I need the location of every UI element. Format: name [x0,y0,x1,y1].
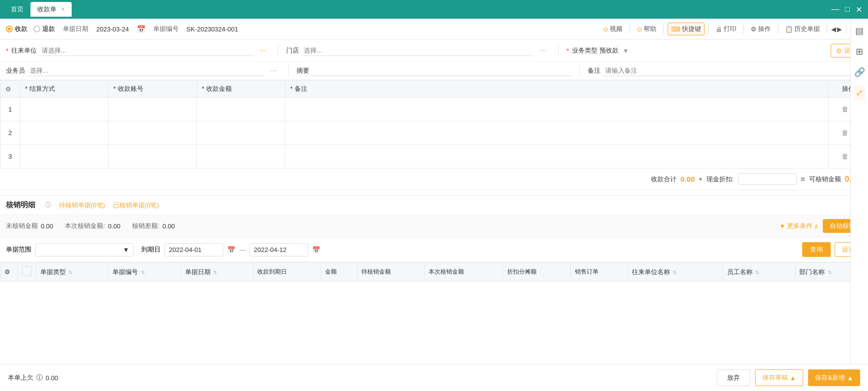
divider6 [827,25,827,33]
save-draft-button[interactable]: 保存草稿 ▲ [755,369,804,386]
radio-refund[interactable]: 退款 [33,25,55,33]
check-all-box[interactable] [22,266,32,276]
discount-input[interactable] [738,173,797,185]
num-sort-icon[interactable]: ⇅ [141,270,145,275]
save-draft-dropdown-icon[interactable]: ▲ [790,374,796,382]
shop-input[interactable] [301,45,534,56]
row1-amount[interactable] [197,98,285,121]
table-settings-icon[interactable]: ⚙ [5,85,11,93]
toolbar-actions: ⊙ 视频 ⊙ 帮助 ⌨ 快捷键 🖨 打印 ⚙ 操作 [600,23,862,35]
form-divider2 [558,45,559,56]
window-max-icon[interactable]: □ [843,4,852,15]
abandon-button[interactable]: 放弃 [717,369,750,386]
verif-done-tab[interactable]: 已核销单据(0笔) [113,201,159,210]
next-arrow-icon[interactable]: ▶ [837,26,842,33]
divider2 [663,25,664,33]
cal-to-icon[interactable]: 📅 [312,246,320,253]
biz-type-value: 预收款 [599,46,619,55]
date-from-input[interactable] [164,243,223,256]
staff-label: 业务员 [6,66,25,75]
row3-amount[interactable] [197,145,285,168]
row3-payment[interactable] [20,145,108,168]
radio-receive[interactable]: 收款 [6,25,27,33]
row1-num: 1 [0,98,20,121]
row3-account[interactable] [108,145,197,168]
nav-tab-receipt[interactable]: 收款单 × [30,2,72,17]
row2-note[interactable] [285,121,829,145]
more-filter-btn[interactable]: ▼ 更多条件 ∧ [779,222,819,230]
verif-table: ⚙ 单据类型 ⇅ 单据编号 ⇅ 单据日期 ⇅ [0,262,868,281]
staff-more-btn[interactable]: ··· [266,66,280,75]
window-close-icon[interactable]: ✕ [854,4,864,15]
tab-close-icon[interactable]: × [61,6,65,13]
side-grid-icon[interactable]: ⊞ [854,44,865,59]
btcol-pending-header: 待核销金额 [357,263,425,281]
filter-row: 单据范围 ▼ 到期日 📅 — 📅 查询 设置 [0,237,868,262]
save-new-button[interactable]: 保存&新增 ▲ [808,369,860,386]
dept-sort-icon[interactable]: ⇅ [828,270,832,275]
note-input[interactable] [602,65,862,76]
row2-payment[interactable] [20,121,108,145]
shortcut-btn[interactable]: ⌨ 快捷键 [668,23,705,35]
btable-settings-icon[interactable]: ⚙ [4,268,10,276]
save-new-dropdown-icon[interactable]: ▲ [847,374,853,382]
shop-more-btn[interactable]: ··· [536,46,550,55]
row2-delete-icon[interactable]: 🗑 [841,129,848,137]
partner-sort-icon[interactable]: ⇅ [673,270,677,275]
row1-delete-icon[interactable]: 🗑 [841,105,848,113]
btcol-order-header: 销售订单 [570,263,627,281]
filter-icon: ▼ [779,223,786,230]
staff-sort-icon[interactable]: ⇅ [755,270,759,275]
cal-from-icon[interactable]: 📅 [227,246,235,253]
history-btn[interactable]: 📋 历史单据 [782,23,823,35]
range-dropdown-icon: ▼ [123,246,129,253]
window-controls: — □ ✕ [829,4,864,15]
toolbar: 收款 退款 单据日期 2023-03-24 📅 单据编号 SK-20230324… [0,19,868,40]
btcol-check-header [18,263,36,281]
verif-pending-tab[interactable]: 待核销单据(0笔) [59,201,105,210]
biz-type-label: 业务类型 [572,46,597,55]
partner-more-btn[interactable]: ··· [256,46,270,55]
date-to-input[interactable] [249,243,308,256]
row2-num: 2 [0,121,20,145]
prev-arrow-icon[interactable]: ◀ [831,26,836,33]
operation-btn[interactable]: ⚙ 操作 [748,23,774,35]
discount-label: 现金折扣: [706,175,734,184]
row1-account[interactable] [108,98,197,121]
date-sort-icon[interactable]: ⇅ [213,270,217,275]
side-expand-icon[interactable]: ⤢ [854,85,865,100]
biz-type-dropdown-icon[interactable]: ▼ [623,47,629,55]
divider1 [629,25,630,33]
video-icon: ⊙ [603,26,608,33]
summary-input[interactable] [311,65,571,76]
help-icon: ⊙ [637,26,642,33]
col-settings-header[interactable]: ⚙ [0,81,20,98]
btcol-discount-header: 折扣分摊额 [503,263,570,281]
video-btn[interactable]: ⊙ 视频 [600,23,625,35]
side-link-icon[interactable]: 🔗 [852,65,867,80]
btcol-settings-header[interactable]: ⚙ [0,263,18,281]
row3-delete-icon[interactable]: 🗑 [841,152,848,161]
type-sort-icon[interactable]: ⇅ [68,270,72,275]
print-btn[interactable]: 🖨 打印 [713,23,739,35]
help-btn[interactable]: ⊙ 帮助 [634,23,659,35]
row3-note[interactable] [285,145,829,168]
window-min-icon[interactable]: — [829,4,841,15]
divider7 [846,25,846,33]
partner-input[interactable] [39,45,254,56]
calendar-icon[interactable]: 📅 [137,25,145,33]
diff-val: 0.00 [163,223,175,230]
nav-home[interactable]: 首页 [4,2,30,17]
query-button[interactable]: 查询 [802,242,831,257]
verif-info-icon[interactable]: ⓘ [45,201,51,209]
current-val: 0.00 [108,223,120,230]
row2-account[interactable] [108,121,197,145]
row2-amount[interactable] [197,121,285,145]
partner-required: * [6,47,8,55]
staff-input[interactable] [27,65,264,76]
row1-payment[interactable] [20,98,108,121]
btcol-due-header: 收款到期日 [253,263,321,281]
range-select[interactable]: ▼ [35,243,134,256]
row1-note[interactable] [285,98,829,121]
side-table-icon[interactable]: ▤ [853,24,866,38]
